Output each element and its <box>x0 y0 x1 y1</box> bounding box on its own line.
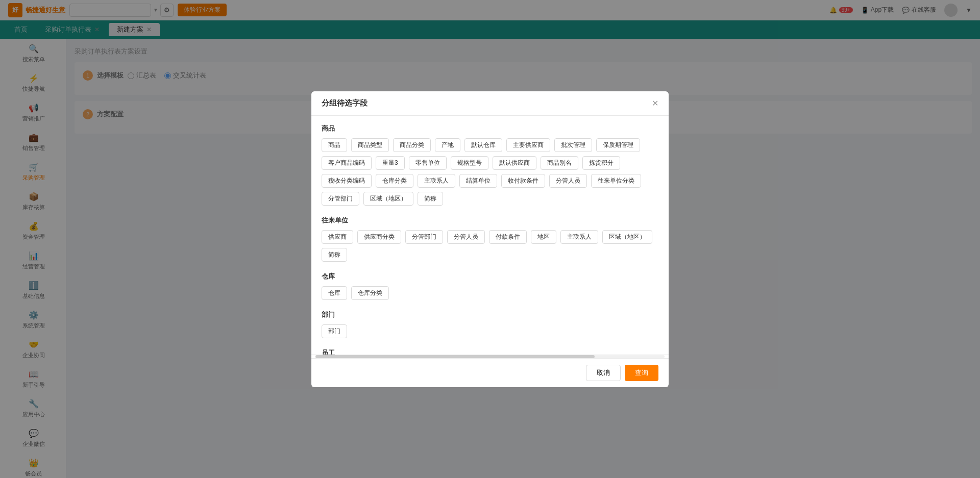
partner-tags: 供应商 供应商分类 分管部门 分管人员 付款条件 地区 主联系人 区域（地区） … <box>322 230 658 262</box>
tag-goods-9[interactable]: 客户商品编码 <box>322 156 372 170</box>
modal-close-icon[interactable]: ✕ <box>652 98 658 108</box>
tag-goods-14[interactable]: 商品别名 <box>541 156 578 170</box>
tag-partner-3[interactable]: 分管部门 <box>405 230 443 244</box>
field-select-modal: 分组待选字段 ✕ 商品 商品 商品类型 商品分类 产地 默认仓库 主要供应商 批… <box>311 91 669 387</box>
tag-goods-3[interactable]: 商品分类 <box>393 138 431 152</box>
tag-partner-9[interactable]: 简称 <box>322 248 347 262</box>
section-partner: 往来单位 供应商 供应商分类 分管部门 分管人员 付款条件 地区 主联系人 区域… <box>322 216 658 262</box>
tag-goods-6[interactable]: 主要供应商 <box>506 138 550 152</box>
tag-goods-1[interactable]: 商品 <box>322 138 347 152</box>
tag-partner-4[interactable]: 分管人员 <box>447 230 485 244</box>
tag-warehouse-2[interactable]: 仓库分类 <box>351 286 389 300</box>
modal-hscroll[interactable] <box>311 355 669 358</box>
tag-goods-23[interactable]: 分管部门 <box>322 192 359 206</box>
tag-goods-18[interactable]: 主联系人 <box>418 174 455 188</box>
modal-footer: 取消 查询 <box>311 358 669 387</box>
confirm-button[interactable]: 查询 <box>625 365 658 381</box>
tag-goods-11[interactable]: 零售单位 <box>409 156 447 170</box>
section-department-title: 部门 <box>322 310 658 319</box>
section-employee: 员工 业务员 <box>322 348 658 355</box>
tag-partner-5[interactable]: 付款条件 <box>489 230 527 244</box>
tag-partner-1[interactable]: 供应商 <box>322 230 353 244</box>
tag-goods-12[interactable]: 规格型号 <box>451 156 488 170</box>
tag-goods-16[interactable]: 税收分类编码 <box>322 174 372 188</box>
section-goods-title: 商品 <box>322 124 658 133</box>
tag-goods-5[interactable]: 默认仓库 <box>464 138 502 152</box>
tag-partner-6[interactable]: 地区 <box>531 230 556 244</box>
modal-overlay: 分组待选字段 ✕ 商品 商品 商品类型 商品分类 产地 默认仓库 主要供应商 批… <box>0 0 980 478</box>
cancel-button[interactable]: 取消 <box>586 365 621 381</box>
tag-goods-25[interactable]: 简称 <box>418 192 443 206</box>
tag-goods-15[interactable]: 拣货积分 <box>582 156 620 170</box>
tag-goods-4[interactable]: 产地 <box>435 138 460 152</box>
section-partner-title: 往来单位 <box>322 216 658 225</box>
tag-goods-13[interactable]: 默认供应商 <box>493 156 536 170</box>
tag-goods-21[interactable]: 分管人员 <box>549 174 587 188</box>
department-tags: 部门 <box>322 324 658 338</box>
tag-partner-2[interactable]: 供应商分类 <box>357 230 401 244</box>
tag-goods-19[interactable]: 结算单位 <box>459 174 497 188</box>
section-employee-title: 员工 <box>322 348 658 355</box>
tag-partner-8[interactable]: 区域（地区） <box>602 230 652 244</box>
tag-goods-20[interactable]: 收付款条件 <box>501 174 545 188</box>
goods-tags: 商品 商品类型 商品分类 产地 默认仓库 主要供应商 批次管理 保质期管理 客户… <box>322 138 658 206</box>
tag-goods-24[interactable]: 区域（地区） <box>363 192 413 206</box>
modal-body: 商品 商品 商品类型 商品分类 产地 默认仓库 主要供应商 批次管理 保质期管理… <box>311 116 669 355</box>
modal-header: 分组待选字段 ✕ <box>311 91 669 116</box>
tag-goods-8[interactable]: 保质期管理 <box>596 138 640 152</box>
tag-goods-10[interactable]: 重量3 <box>376 156 405 170</box>
tag-goods-2[interactable]: 商品类型 <box>351 138 389 152</box>
section-goods: 商品 商品 商品类型 商品分类 产地 默认仓库 主要供应商 批次管理 保质期管理… <box>322 124 658 206</box>
modal-title: 分组待选字段 <box>322 98 368 108</box>
tag-goods-22[interactable]: 往来单位分类 <box>591 174 641 188</box>
tag-warehouse-1[interactable]: 仓库 <box>322 286 347 300</box>
tag-department-1[interactable]: 部门 <box>322 324 347 338</box>
section-warehouse-title: 仓库 <box>322 272 658 281</box>
warehouse-tags: 仓库 仓库分类 <box>322 286 658 300</box>
tag-goods-7[interactable]: 批次管理 <box>554 138 592 152</box>
section-department: 部门 部门 <box>322 310 658 338</box>
tag-partner-7[interactable]: 主联系人 <box>560 230 598 244</box>
section-warehouse: 仓库 仓库 仓库分类 <box>322 272 658 300</box>
tag-goods-17[interactable]: 仓库分类 <box>376 174 413 188</box>
